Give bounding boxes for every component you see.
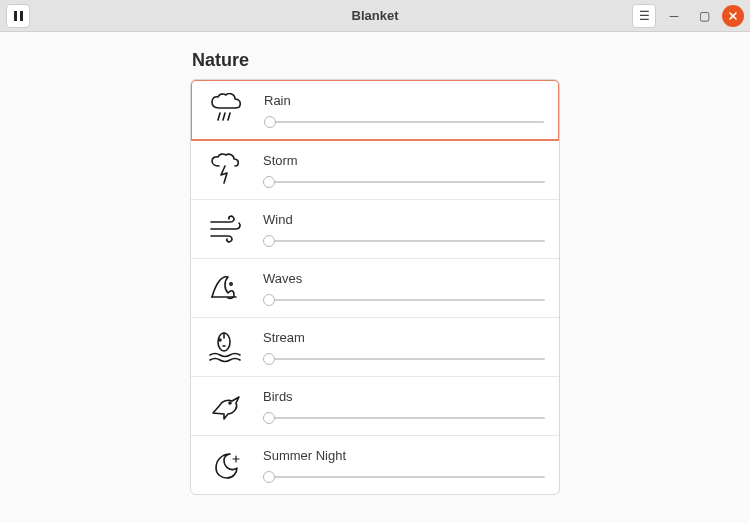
sound-row-birds[interactable]: Birds	[191, 377, 559, 436]
volume-slider[interactable]	[264, 116, 544, 128]
slider-thumb[interactable]	[263, 353, 275, 365]
wind-icon	[205, 210, 247, 248]
sound-row-storm[interactable]: Storm	[191, 141, 559, 200]
slider-track	[263, 181, 545, 183]
volume-slider[interactable]	[263, 176, 545, 188]
sound-list: Rain Storm	[190, 79, 560, 495]
minimize-button[interactable]: ─	[662, 4, 686, 28]
slider-track	[263, 417, 545, 419]
volume-slider[interactable]	[263, 471, 545, 483]
minimize-icon: ─	[670, 9, 679, 23]
slider-track	[263, 476, 545, 478]
sound-label: Summer Night	[263, 448, 545, 463]
sound-row-waves[interactable]: Waves	[191, 259, 559, 318]
slider-track	[263, 358, 545, 360]
svg-point-5	[230, 283, 232, 285]
maximize-button[interactable]: ▢	[692, 4, 716, 28]
slider-thumb[interactable]	[263, 235, 275, 247]
hamburger-icon: ☰	[639, 9, 650, 23]
pause-icon	[14, 11, 23, 21]
volume-slider[interactable]	[263, 235, 545, 247]
maximize-icon: ▢	[699, 9, 710, 23]
slider-track	[264, 121, 544, 123]
waves-icon	[205, 269, 247, 307]
sound-label: Birds	[263, 389, 545, 404]
volume-slider[interactable]	[263, 353, 545, 365]
rain-icon	[206, 91, 248, 129]
slider-thumb[interactable]	[263, 294, 275, 306]
volume-slider[interactable]	[263, 412, 545, 424]
volume-slider[interactable]	[263, 294, 545, 306]
svg-line-4	[228, 113, 230, 120]
birds-icon	[205, 387, 247, 425]
close-button[interactable]	[722, 5, 744, 27]
category-heading: Nature	[190, 50, 560, 71]
main-content: Nature Rain	[190, 50, 560, 495]
slider-thumb[interactable]	[263, 412, 275, 424]
sound-row-rain[interactable]: Rain	[190, 79, 560, 141]
slider-track	[263, 240, 545, 242]
pause-button[interactable]	[6, 4, 30, 28]
close-icon	[728, 11, 738, 21]
sound-row-wind[interactable]: Wind	[191, 200, 559, 259]
slider-thumb[interactable]	[263, 176, 275, 188]
svg-line-3	[223, 113, 225, 120]
sound-label: Rain	[264, 93, 544, 108]
sound-label: Stream	[263, 330, 545, 345]
slider-thumb[interactable]	[264, 116, 276, 128]
sound-row-stream[interactable]: Stream	[191, 318, 559, 377]
hamburger-menu-button[interactable]: ☰	[632, 4, 656, 28]
sound-label: Wind	[263, 212, 545, 227]
sound-row-summer-night[interactable]: Summer Night	[191, 436, 559, 494]
sound-label: Storm	[263, 153, 545, 168]
slider-thumb[interactable]	[263, 471, 275, 483]
stream-icon	[205, 328, 247, 366]
svg-line-2	[218, 113, 220, 120]
sound-label: Waves	[263, 271, 545, 286]
titlebar: Blanket ☰ ─ ▢	[0, 0, 750, 32]
svg-point-11	[229, 402, 231, 404]
svg-point-10	[219, 339, 221, 341]
storm-icon	[205, 151, 247, 189]
slider-track	[263, 299, 545, 301]
summer-night-icon	[205, 446, 247, 484]
